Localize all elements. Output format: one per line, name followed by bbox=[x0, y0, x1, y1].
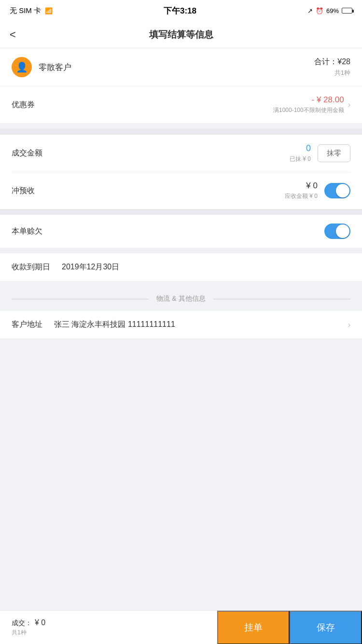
battery-text: 69% bbox=[326, 7, 339, 14]
customer-name: 零散客户 bbox=[39, 62, 71, 73]
divider-line-right bbox=[213, 299, 350, 299]
coupon-label: 优惠券 bbox=[12, 100, 35, 110]
due-row: 收款到期日 2019年12月30日 bbox=[12, 262, 350, 272]
save-button[interactable]: 保存 bbox=[290, 611, 362, 644]
status-time: 下午3:18 bbox=[164, 5, 196, 16]
main-content: 👤 零散客户 合计：¥28 共1种 优惠券 - ¥ 28.00 满1000-10… bbox=[0, 48, 362, 475]
logistics-text: 物流 & 其他信息 bbox=[156, 294, 205, 303]
total-count: 共1种 bbox=[314, 69, 350, 77]
customer-left: 👤 零散客户 bbox=[12, 57, 71, 77]
section-divider-1 bbox=[0, 129, 362, 135]
alarm-icon: ⏰ bbox=[316, 7, 323, 14]
battery-icon bbox=[342, 8, 352, 14]
avatar-icon: 👤 bbox=[16, 61, 28, 73]
debt-toggle[interactable] bbox=[324, 224, 350, 239]
logistics-divider: 物流 & 其他信息 bbox=[12, 294, 350, 303]
coupon-row[interactable]: 优惠券 - ¥ 28.00 满1000-100不限制使用金额 › bbox=[0, 86, 362, 123]
avatar: 👤 bbox=[12, 57, 32, 77]
amount-right: 0 已抹 ¥ 0 抹零 bbox=[290, 143, 350, 163]
address-chevron-icon: › bbox=[348, 321, 350, 329]
debt-label: 本单赊欠 bbox=[12, 226, 42, 237]
bottom-count: 共1种 bbox=[12, 629, 206, 637]
prepay-sub: 应收金额 ¥ 0 bbox=[285, 192, 318, 200]
amount-value: 0 bbox=[290, 143, 311, 154]
amount-label: 成交金额 bbox=[12, 148, 42, 158]
bottom-info: 成交： ¥ 0 共1种 bbox=[0, 618, 217, 637]
customer-right: 合计：¥28 共1种 bbox=[314, 57, 350, 77]
total-amount: 合计：¥28 bbox=[314, 57, 350, 67]
address-section[interactable]: 客户地址 张三 海淀永丰科技园 11111111111 › bbox=[0, 311, 362, 338]
address-label: 客户地址 bbox=[12, 320, 42, 330]
back-button[interactable]: < bbox=[10, 28, 16, 41]
due-date-section: 收款到期日 2019年12月30日 bbox=[0, 253, 362, 281]
prepay-label: 冲预收 bbox=[12, 186, 35, 196]
prepay-value: ¥ 0 bbox=[285, 181, 318, 191]
coupon-value: - ¥ 28.00 满1000-100不限制使用金额 bbox=[273, 95, 344, 114]
customer-section: 👤 零散客户 合计：¥28 共1种 优惠券 - ¥ 28.00 满1000-10… bbox=[0, 48, 362, 123]
address-value: 张三 海淀永丰科技园 11111111111 bbox=[54, 320, 175, 330]
bottom-deal-label: 成交： bbox=[12, 619, 32, 628]
page-title: 填写结算等信息 bbox=[149, 28, 213, 41]
address-left: 客户地址 张三 海淀永丰科技园 11111111111 bbox=[12, 320, 175, 330]
coupon-right: - ¥ 28.00 满1000-100不限制使用金额 › bbox=[273, 95, 350, 114]
round-button[interactable]: 抹零 bbox=[318, 144, 350, 162]
prepay-right: ¥ 0 应收金额 ¥ 0 bbox=[285, 181, 350, 200]
hang-button[interactable]: 挂单 bbox=[217, 611, 290, 644]
due-date-value: 2019年12月30日 bbox=[62, 262, 119, 272]
amount-value-wrap: 0 已抹 ¥ 0 bbox=[290, 143, 311, 163]
chevron-right-icon: › bbox=[348, 100, 350, 109]
debt-section: 本单赊欠 bbox=[0, 215, 362, 248]
empty-space bbox=[0, 344, 362, 441]
status-right: ↗ ⏰ 69% bbox=[307, 7, 352, 14]
status-left: 无 SIM 卡 📶 bbox=[10, 6, 53, 15]
nav-bar: < 填写结算等信息 bbox=[0, 21, 362, 48]
prepay-row: 冲预收 ¥ 0 应收金额 ¥ 0 bbox=[12, 172, 350, 209]
coupon-desc: 满1000-100不限制使用金额 bbox=[273, 106, 344, 114]
amount-sub: 已抹 ¥ 0 bbox=[290, 155, 311, 163]
amount-section: 成交金额 0 已抹 ¥ 0 抹零 冲预收 ¥ 0 应收金额 ¥ 0 bbox=[0, 135, 362, 209]
amount-row: 成交金额 0 已抹 ¥ 0 抹零 bbox=[12, 135, 350, 172]
bottom-deal-amount: ¥ 0 bbox=[35, 618, 45, 627]
carrier-text: 无 SIM 卡 bbox=[10, 6, 41, 15]
due-date-label: 收款到期日 bbox=[12, 262, 50, 272]
customer-row: 👤 零散客户 合计：¥28 共1种 bbox=[0, 48, 362, 86]
status-bar: 无 SIM 卡 📶 下午3:18 ↗ ⏰ 69% bbox=[0, 0, 362, 21]
wifi-icon: 📶 bbox=[45, 7, 53, 14]
logistics-section: 物流 & 其他信息 bbox=[0, 287, 362, 311]
debt-toggle-knob bbox=[336, 224, 349, 238]
coupon-amount: - ¥ 28.00 bbox=[273, 95, 344, 105]
location-icon: ↗ bbox=[307, 7, 313, 14]
section-divider-2 bbox=[0, 209, 362, 215]
toggle-knob bbox=[336, 184, 349, 197]
bottom-bar: 成交： ¥ 0 共1种 挂单 保存 bbox=[0, 610, 362, 644]
divider-line-left bbox=[12, 299, 149, 299]
prepay-toggle[interactable] bbox=[324, 183, 350, 198]
prepay-value-wrap: ¥ 0 应收金额 ¥ 0 bbox=[285, 181, 318, 200]
